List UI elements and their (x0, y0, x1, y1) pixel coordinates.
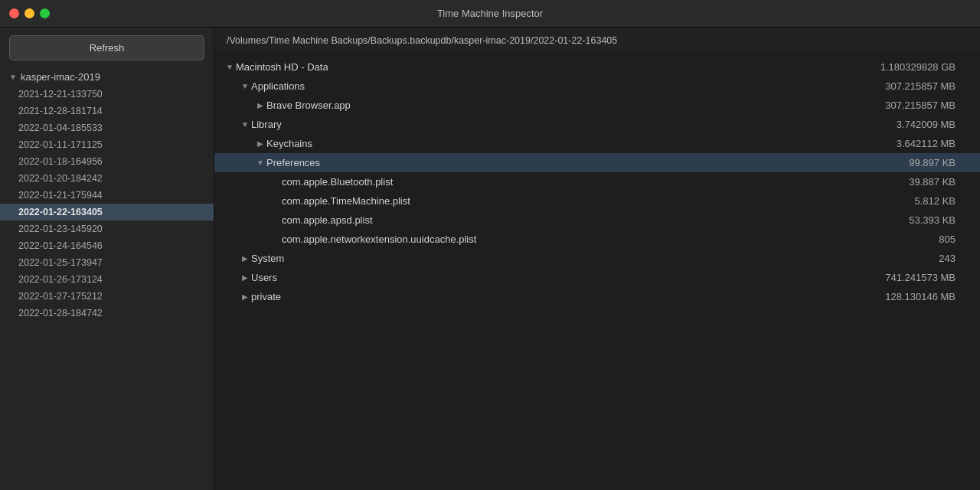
content-area: /Volumes/Time Machine Backups/Backups.ba… (214, 28, 980, 490)
maximize-button[interactable] (40, 8, 50, 18)
sidebar: Refresh ▼ kasper-imac-2019 2021-12-21-13… (0, 28, 214, 490)
tree-row-preferences[interactable]: ▼Preferences99.897 KB (214, 153, 980, 172)
tree-row-size-timemachine-plist: 5.812 KB (915, 195, 969, 207)
tree-row-system[interactable]: ▶System243 (214, 249, 980, 268)
tree-row-brave-browser[interactable]: ▶Brave Browser.app307.215857 MB (214, 96, 980, 115)
tree-row-size-applications: 307.215857 MB (885, 80, 968, 92)
tree-row-size-apsd-plist: 53.393 KB (909, 214, 968, 226)
sidebar-group-label: kasper-imac-2019 (21, 71, 100, 83)
tree-row-label-brave-browser: Brave Browser.app (266, 100, 885, 111)
chevron-down-icon: ▼ (9, 73, 17, 81)
tree-view[interactable]: ▼Macintosh HD - Data1.180329828 GB▼Appli… (214, 54, 980, 490)
refresh-button[interactable]: Refresh (9, 35, 204, 60)
tree-row-private[interactable]: ▶private128.130146 MB (214, 287, 980, 306)
tree-row-applications[interactable]: ▼Applications307.215857 MB (214, 77, 980, 96)
sidebar-group-kasper[interactable]: ▼ kasper-imac-2019 (0, 68, 214, 86)
tree-row-label-library: Library (251, 119, 897, 130)
sidebar-item-2022-01-18-164956[interactable]: 2022-01-18-164956 (0, 153, 214, 170)
sidebar-item-2022-01-04-185533[interactable]: 2022-01-04-185533 (0, 119, 214, 136)
sidebar-item-2022-01-27-175212[interactable]: 2022-01-27-175212 (0, 288, 214, 305)
tree-rows-container: ▼Macintosh HD - Data1.180329828 GB▼Appli… (214, 57, 980, 306)
tree-row-size-users: 741.241573 MB (885, 272, 968, 283)
tree-row-macintosh-hd-data[interactable]: ▼Macintosh HD - Data1.180329828 GB (214, 57, 980, 77)
tree-row-label-system: System (251, 253, 939, 264)
chevron-right-icon: ▶ (239, 254, 251, 263)
tree-row-label-timemachine-plist: com.apple.TimeMachine.plist (282, 195, 915, 207)
tree-row-timemachine-plist[interactable]: com.apple.TimeMachine.plist5.812 KB (214, 191, 980, 211)
sidebar-item-2022-01-20-184242[interactable]: 2022-01-20-184242 (0, 170, 214, 187)
sidebar-items-list: 2021-12-21-1337502021-12-28-1817142022-0… (0, 86, 214, 322)
sidebar-item-2022-01-25-173947[interactable]: 2022-01-25-173947 (0, 254, 214, 271)
chevron-right-icon: ▶ (239, 273, 251, 282)
tree-row-bluetooth-plist[interactable]: com.apple.Bluetooth.plist39.887 KB (214, 172, 980, 191)
sidebar-item-2022-01-22-163405[interactable]: 2022-01-22-163405 (0, 204, 214, 220)
chevron-down-icon: ▼ (224, 63, 236, 71)
tree-row-apsd-plist[interactable]: com.apple.apsd.plist53.393 KB (214, 211, 980, 230)
sidebar-item-2022-01-23-145920[interactable]: 2022-01-23-145920 (0, 220, 214, 237)
tree-row-size-system: 243 (939, 253, 968, 264)
tree-row-size-preferences: 99.897 KB (909, 157, 968, 168)
tree-row-label-bluetooth-plist: com.apple.Bluetooth.plist (282, 176, 909, 188)
tree-row-size-networkextension-plist: 805 (939, 234, 968, 245)
tree-row-networkextension-plist[interactable]: com.apple.networkextension.uuidcache.pli… (214, 230, 980, 249)
tree-row-size-macintosh-hd-data: 1.180329828 GB (880, 61, 968, 73)
tree-row-label-users: Users (251, 272, 885, 283)
titlebar: Time Machine Inspector (0, 0, 980, 28)
chevron-right-icon: ▶ (254, 139, 266, 148)
close-button[interactable] (9, 8, 19, 18)
sidebar-item-2021-12-28-181714[interactable]: 2021-12-28-181714 (0, 103, 214, 119)
sidebar-item-2022-01-21-175944[interactable]: 2022-01-21-175944 (0, 187, 214, 204)
chevron-down-icon: ▼ (239, 82, 251, 90)
tree-row-size-library: 3.742009 MB (897, 119, 968, 130)
sidebar-item-2022-01-11-171125[interactable]: 2022-01-11-171125 (0, 136, 214, 153)
tree-row-label-macintosh-hd-data: Macintosh HD - Data (236, 61, 880, 73)
tree-row-label-networkextension-plist: com.apple.networkextension.uuidcache.pli… (282, 234, 939, 245)
sidebar-item-2022-01-24-164546[interactable]: 2022-01-24-164546 (0, 237, 214, 254)
minimize-button[interactable] (24, 8, 34, 18)
tree-row-library[interactable]: ▼Library3.742009 MB (214, 115, 980, 134)
chevron-right-icon: ▶ (239, 292, 251, 301)
tree-row-label-applications: Applications (251, 80, 885, 92)
app-title: Time Machine Inspector (437, 8, 543, 19)
tree-row-label-keychains: Keychains (266, 138, 897, 149)
window-controls (9, 8, 50, 18)
sidebar-scroll[interactable]: ▼ kasper-imac-2019 2021-12-21-1337502021… (0, 68, 214, 490)
tree-row-size-brave-browser: 307.215857 MB (885, 100, 968, 111)
chevron-down-icon: ▼ (239, 120, 251, 129)
tree-row-label-preferences: Preferences (266, 157, 909, 168)
tree-row-label-apsd-plist: com.apple.apsd.plist (282, 214, 909, 226)
tree-row-size-private: 128.130146 MB (885, 291, 968, 302)
sidebar-item-2021-12-21-133750[interactable]: 2021-12-21-133750 (0, 86, 214, 103)
tree-row-size-keychains: 3.642112 MB (897, 138, 968, 149)
sidebar-item-2022-01-28-184742[interactable]: 2022-01-28-184742 (0, 305, 214, 322)
chevron-down-icon: ▼ (254, 158, 266, 167)
tree-row-label-private: private (251, 291, 885, 302)
sidebar-item-2022-01-26-173124[interactable]: 2022-01-26-173124 (0, 271, 214, 288)
main-layout: Refresh ▼ kasper-imac-2019 2021-12-21-13… (0, 28, 980, 490)
tree-row-users[interactable]: ▶Users741.241573 MB (214, 268, 980, 287)
chevron-right-icon: ▶ (254, 101, 266, 109)
tree-row-size-bluetooth-plist: 39.887 KB (909, 176, 968, 188)
tree-row-keychains[interactable]: ▶Keychains3.642112 MB (214, 134, 980, 153)
path-bar: /Volumes/Time Machine Backups/Backups.ba… (214, 28, 980, 54)
